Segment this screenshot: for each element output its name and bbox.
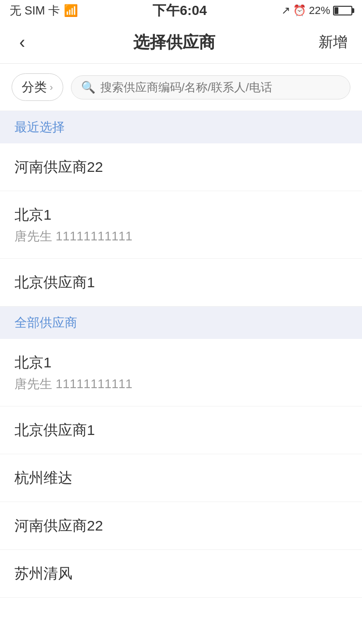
list-item[interactable]: 苏州清风 bbox=[0, 550, 362, 598]
all-section-header: 全部供应商 bbox=[0, 307, 362, 339]
add-button[interactable]: 新增 bbox=[319, 32, 348, 52]
status-left: 无 SIM 卡 📶 bbox=[10, 3, 78, 18]
list-item[interactable]: 北京1唐先生 11111111111 bbox=[0, 339, 362, 406]
item-name: 北京1 bbox=[14, 352, 348, 373]
status-bar: 无 SIM 卡 📶 下午6:04 ↗ ⏰ 22% bbox=[0, 0, 362, 21]
item-name: 北京1 bbox=[14, 205, 348, 225]
chevron-right-icon: › bbox=[50, 82, 53, 93]
item-sub: 唐先生 11111111111 bbox=[14, 376, 348, 392]
item-name: 苏州清风 bbox=[14, 563, 348, 584]
status-right: ↗ ⏰ 22% bbox=[281, 4, 352, 17]
search-icon: 🔍 bbox=[81, 81, 96, 94]
list-item[interactable]: 杭州维达 bbox=[0, 454, 362, 502]
search-box: 🔍 bbox=[71, 75, 350, 99]
page-title: 选择供应商 bbox=[133, 31, 215, 54]
list-item[interactable]: 北京供应商1 bbox=[0, 406, 362, 454]
list-item[interactable]: 北京1唐先生 11111111111 bbox=[0, 191, 362, 259]
item-name: 杭州维达 bbox=[14, 468, 348, 488]
status-time: 下午6:04 bbox=[153, 1, 207, 20]
back-button[interactable]: ‹ bbox=[14, 28, 30, 57]
list-item[interactable]: 河南供应商22 bbox=[0, 143, 362, 191]
no-sim-text: 无 SIM 卡 bbox=[10, 3, 60, 18]
all-section-label: 全部供应商 bbox=[14, 315, 77, 330]
item-name: 河南供应商22 bbox=[14, 157, 348, 177]
battery-percentage: 22% bbox=[309, 4, 330, 17]
item-name: 河南供应商22 bbox=[14, 516, 348, 536]
alarm-icon: ⏰ bbox=[293, 4, 306, 17]
item-sub: 唐先生 11111111111 bbox=[14, 228, 348, 245]
list-item[interactable]: 河南供应商22 bbox=[0, 502, 362, 550]
all-list: 北京1唐先生 11111111111北京供应商1杭州维达河南供应商22苏州清风 bbox=[0, 339, 362, 598]
nav-bar: ‹ 选择供应商 新增 bbox=[0, 21, 362, 64]
item-name: 北京供应商1 bbox=[14, 272, 348, 293]
location-icon: ↗ bbox=[281, 4, 290, 17]
category-label: 分类 bbox=[22, 79, 47, 96]
wifi-icon: 📶 bbox=[64, 4, 78, 17]
filter-bar: 分类 › 🔍 bbox=[0, 64, 362, 111]
recent-section-header: 最近选择 bbox=[0, 111, 362, 143]
search-input[interactable] bbox=[100, 81, 340, 94]
item-name: 北京供应商1 bbox=[14, 420, 348, 440]
recent-list: 河南供应商22北京1唐先生 11111111111北京供应商1 bbox=[0, 143, 362, 307]
battery-icon bbox=[333, 6, 352, 15]
recent-section-label: 最近选择 bbox=[14, 120, 65, 134]
list-item[interactable]: 北京供应商1 bbox=[0, 259, 362, 307]
category-button[interactable]: 分类 › bbox=[12, 73, 63, 101]
